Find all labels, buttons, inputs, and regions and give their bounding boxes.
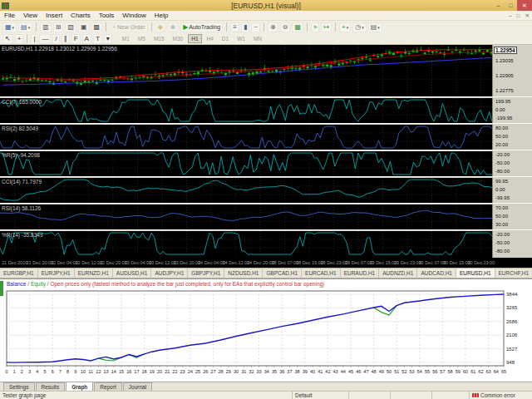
timeline-label: 23 Dec 20:00 <box>174 260 201 265</box>
timeframe-h4[interactable]: H4 <box>204 34 217 43</box>
symbol-tab-gbpjpy[interactable]: GBPJPY,H1 <box>188 268 224 278</box>
pane-splitter[interactable] <box>0 150 532 151</box>
symbol-tab-eurnzd[interactable]: EURNZD,H1 <box>75 268 113 278</box>
graph-x-label: 31 <box>241 369 246 374</box>
status-profile[interactable]: Default <box>293 392 349 399</box>
timeframe-m1[interactable]: M1 <box>119 34 133 43</box>
strategy-tester-button[interactable]: ▩ <box>91 22 103 32</box>
vertical-line-button[interactable]: | <box>31 34 37 44</box>
indicator-label: %R(5) -94.2098 <box>2 152 40 158</box>
symbol-tab-audnzd[interactable]: AUDNZD,H1 <box>379 268 417 278</box>
timeframe-h1[interactable]: H1 <box>188 34 201 43</box>
indicator-pane-4[interactable]: CCI(14) 71.7979 <box>0 178 492 203</box>
indicator-pane-1[interactable]: CCI(7) 165.0000 <box>0 98 492 123</box>
crosshair-button[interactable]: + <box>15 34 24 44</box>
menu-tools[interactable]: Tools <box>95 12 119 19</box>
indicators-button[interactable]: +▾ <box>339 22 351 32</box>
periods-button[interactable]: ◷▾ <box>352 22 367 32</box>
symbol-tab-eurchf[interactable]: EURCHF,H1 <box>495 268 532 278</box>
symbol-tab-eurcad[interactable]: EURCAD,H1 <box>302 268 341 278</box>
autotrading-label: AutoTrading <box>189 24 220 30</box>
mdi-minimize-button[interactable]: – <box>506 12 515 19</box>
fibonacci-button[interactable]: F <box>71 34 81 44</box>
symbol-tab-gbpcad[interactable]: GBPCAD,H1 <box>263 268 302 278</box>
timeframe-m30[interactable]: M30 <box>170 34 187 43</box>
templates-icon: ▤ <box>371 24 377 31</box>
tester-tab-results[interactable]: Results <box>36 382 66 391</box>
pane-splitter[interactable] <box>0 229 532 231</box>
price-pane[interactable]: EURUSD,H1 1.22918 1.23012 1.22909 1.2295… <box>0 45 492 96</box>
auto-scroll-button[interactable]: » <box>311 22 319 32</box>
tester-tab-settings[interactable]: Settings <box>3 382 35 391</box>
status-cell <box>391 392 432 399</box>
time-scale[interactable]: 21 Dec 202021 Dec 20:0022 Dec 04:0022 De… <box>0 258 492 268</box>
symbol-tab-audcad[interactable]: AUDCAD,H1 <box>417 268 456 278</box>
chart-area[interactable]: EURUSD,H1 1.22918 1.23012 1.22909 1.2295… <box>0 45 532 268</box>
menu-file[interactable]: File <box>0 12 19 19</box>
new-order-button[interactable]: +New Order <box>110 22 148 32</box>
symbol-tab-audusd[interactable]: AUDUSD,H1 <box>113 268 152 278</box>
chart-shift-button[interactable]: ↦ <box>321 22 332 32</box>
menu-charts[interactable]: Charts <box>66 12 95 19</box>
tester-tab-journal[interactable]: Journal <box>123 382 152 391</box>
indicator-pane-5[interactable]: RSI(14) 58.1126 <box>0 204 492 229</box>
timeframe-mn[interactable]: MN <box>250 34 265 43</box>
timeframe-m15[interactable]: M15 <box>150 34 168 43</box>
market-watch-button[interactable]: ▥ <box>40 22 52 32</box>
timeline-label: 28 Dec 07:00 <box>272 260 299 265</box>
timeframe-d1[interactable]: D1 <box>219 34 232 43</box>
indicator-pane-2[interactable]: RSI(2) 82.5049 <box>0 125 492 150</box>
terminal-button[interactable]: ▣ <box>78 22 90 32</box>
symbol-tab-eurjpy[interactable]: EURJPY,H1 <box>38 268 75 278</box>
trendline-button[interactable]: / <box>52 34 59 44</box>
new-chart-button[interactable]: ▦▾ <box>2 22 17 32</box>
pane-splitter[interactable] <box>0 176 532 178</box>
graph-x-label: 13 <box>104 369 109 374</box>
graph-x-label: 57 <box>440 369 445 374</box>
text-label-button[interactable]: T <box>93 34 102 44</box>
indicator-pane-3[interactable]: %R(5) -94.2098 <box>0 151 492 176</box>
cursor-button[interactable]: ↖ <box>2 34 13 44</box>
timeframe-w1[interactable]: W1 <box>234 34 249 43</box>
tile-windows-button[interactable]: ▦ <box>292 22 303 32</box>
menu-insert[interactable]: Insert <box>42 12 66 19</box>
arrows-button[interactable]: ▾ <box>104 34 112 44</box>
zoom-in-button[interactable]: ⊕ <box>268 22 278 32</box>
expert-advisors-button[interactable]: ◆ <box>155 22 165 32</box>
autotrading-button[interactable]: ▶AutoTrading <box>180 22 223 32</box>
chart-line-button[interactable]: ~ <box>251 22 260 32</box>
pane-splitter[interactable] <box>0 203 532 204</box>
menu-window[interactable]: Window <box>118 12 150 19</box>
menu-view[interactable]: View <box>19 12 42 19</box>
menu-items: FileViewInsertChartsToolsWindowHelp <box>0 12 172 19</box>
symbol-tab-euraud[interactable]: EURAUD,H1 <box>341 268 380 278</box>
profiles-button[interactable]: ▤▾ <box>18 22 32 32</box>
navigator-button[interactable]: ▧ <box>65 22 76 32</box>
indicator-pane-6[interactable]: %R(14) -35.8349 <box>0 231 492 256</box>
templates-button[interactable]: ▤▾ <box>368 22 382 32</box>
symbol-tab-eurgbp[interactable]: EURGBP,H1 <box>0 268 38 278</box>
graph-x-label: 14 <box>111 369 116 374</box>
horizontal-line-button[interactable]: — <box>39 34 51 44</box>
symbol-tab-eurusd[interactable]: EURUSD,H1 <box>456 268 495 278</box>
text-button[interactable]: A <box>82 34 91 44</box>
mdi-close-button[interactable]: ✕ <box>523 12 532 19</box>
mdi-restore-button[interactable]: □ <box>515 12 523 19</box>
chart-candles-button[interactable]: ▮ <box>241 22 249 32</box>
price-scale-column[interactable]: 1.22954 1.230351.229051.22775199.950.00-… <box>492 45 532 258</box>
timeframe-m5[interactable]: M5 <box>135 34 149 43</box>
tester-tab-report[interactable]: Report <box>94 382 122 391</box>
menu-help[interactable]: Help <box>150 12 172 19</box>
data-window-button[interactable]: ⊞ <box>53 22 64 32</box>
tester-graph-panel[interactable]: Balance / Equity / Open prices only (fas… <box>0 278 532 382</box>
chart-bars-button[interactable]: ≡ <box>230 22 239 32</box>
expert-properties-button[interactable]: ☻ <box>167 22 179 32</box>
zoom-out-button[interactable]: ⊖ <box>280 22 291 32</box>
symbol-tab-audjpy[interactable]: AUDJPY,H1 <box>151 268 188 278</box>
symbol-tab-nzdusd[interactable]: NZDUSD,H1 <box>224 268 263 278</box>
equidistant-channel-button[interactable]: ∥ <box>62 34 70 44</box>
pane-splitter[interactable] <box>0 96 532 98</box>
auto-scroll-icon: » <box>313 24 317 31</box>
tester-tab-graph[interactable]: Graph <box>66 382 93 391</box>
pane-splitter[interactable] <box>0 123 532 125</box>
